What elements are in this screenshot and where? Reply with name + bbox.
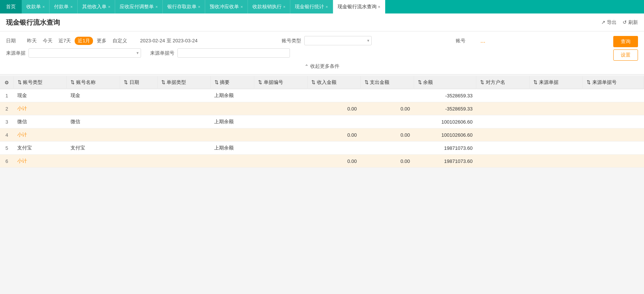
cell-balance: -3528659.33 — [414, 102, 476, 115]
settings-button[interactable]: 设置 — [613, 49, 638, 61]
date-opt-custom[interactable]: 自定义 — [110, 37, 129, 45]
nav-tab-qitashouru[interactable]: 其他收入单 × — [78, 0, 115, 13]
col-doc-type: ⇅ 单据类型 — [157, 76, 210, 89]
cell-source-doc-no — [583, 115, 644, 128]
cell-account-name: 现金 — [67, 89, 120, 102]
col-balance: ⇅ 余额 — [414, 76, 476, 89]
close-icon[interactable]: × — [70, 4, 72, 9]
cell-account-name: 支付宝 — [67, 142, 120, 155]
cell-income: 0.00 — [307, 128, 360, 142]
chevron-up-icon: ⌃ — [305, 64, 309, 69]
date-opt-1month[interactable]: 近1月 — [75, 37, 93, 45]
filter-area: 日期 昨天 今天 近7天 近1月 更多 自定义 2023-02-24 至 202… — [0, 31, 644, 75]
cell-account-type: 现金 — [14, 89, 67, 102]
filter-row-date: 日期 昨天 今天 近7天 近1月 更多 自定义 2023-02-24 至 202… — [6, 36, 613, 45]
nav-tab-fukuandan[interactable]: 付款单 × — [50, 0, 77, 13]
col-date: ⇅ 日期 — [120, 76, 158, 89]
date-opt-yesterday[interactable]: 昨天 — [25, 37, 39, 45]
date-opt-7days[interactable]: 近7天 — [56, 37, 73, 45]
close-icon[interactable]: × — [326, 4, 328, 9]
cell-source-doc-no — [583, 128, 644, 142]
close-icon[interactable]: × — [155, 4, 158, 9]
date-opt-more[interactable]: 更多 — [95, 37, 109, 45]
cell-source-doc — [530, 142, 583, 155]
cell-source-doc-no — [583, 102, 644, 115]
cell-doc-no — [254, 142, 308, 155]
nav-tab-yingshoutiaozheng[interactable]: 应收应付调整单 × — [115, 0, 162, 13]
account-dots[interactable]: ... — [480, 37, 485, 44]
table-row: 5 支付宝 支付宝 上期余额 19871073.60 — [0, 142, 644, 155]
account-label: 账号 — [456, 37, 474, 44]
nav-tab-yushouchong[interactable]: 预收冲应收单 × — [205, 0, 248, 13]
nav-tab-yinhangcunkuan[interactable]: 银行存取款单 × — [163, 0, 205, 13]
nav-tab-shoukuandan[interactable]: 收款单 × — [22, 0, 50, 13]
header-actions: ↗ 导出 ↺ 刷新 — [601, 19, 638, 26]
export-icon: ↗ — [601, 19, 605, 25]
top-nav: 首页 收款单 × 付款单 × 其他收入单 × 应收应付调整单 × 银行存取款单 … — [0, 0, 644, 13]
cell-account-name — [67, 128, 120, 142]
cell-counterpart — [476, 102, 530, 115]
refresh-icon: ↺ — [623, 19, 627, 25]
account-type-label: 账号类型 — [282, 37, 301, 44]
close-icon[interactable]: × — [108, 4, 110, 9]
cell-account-type: 支付宝 — [14, 142, 67, 155]
nav-tab-xianjintongji[interactable]: 现金银行统计 × — [290, 0, 333, 13]
column-settings[interactable]: ⚙ — [0, 76, 14, 89]
row-num: 2 — [0, 102, 14, 115]
page-title: 现金银行流水查询 — [6, 18, 60, 27]
date-opt-today[interactable]: 今天 — [41, 37, 55, 45]
col-summary: ⇅ 摘要 — [210, 76, 254, 89]
nav-tab-shoukuanhexiao[interactable]: 收款核销执行 × — [248, 0, 290, 13]
cell-date — [120, 102, 158, 115]
table-row: 2 小计 0.00 0.00 -3528659.33 — [0, 102, 644, 115]
query-button[interactable]: 查询 — [613, 36, 638, 47]
cell-counterpart — [476, 128, 530, 142]
table-row: 6 小计 0.00 0.00 19871073.60 — [0, 155, 644, 168]
cell-source-doc — [530, 102, 583, 115]
close-icon[interactable]: × — [198, 4, 200, 9]
row-num: 3 — [0, 115, 14, 128]
cell-source-doc-no — [583, 142, 644, 155]
filter-row-source: 来源单据 ▾ 来源单据号 — [6, 48, 613, 58]
source-doc-num-label: 来源单据号 — [150, 50, 174, 57]
cell-summary — [210, 128, 254, 142]
close-icon[interactable]: × — [283, 4, 285, 9]
cell-income: 0.00 — [307, 155, 360, 168]
source-doc-num-input[interactable] — [177, 48, 290, 58]
cell-doc-no — [254, 115, 308, 128]
nav-home[interactable]: 首页 — [0, 0, 22, 13]
col-source-doc-no: ⇅ 来源单据号 — [583, 76, 644, 89]
cell-doc-type — [157, 115, 210, 128]
table-row: 3 微信 微信 上期余额 100102606.60 — [0, 115, 644, 128]
table-header-row: ⚙ ⇅ 账号类型 ⇅ 账号名称 ⇅ 日期 ⇅ 单据类型 ⇅ — [0, 76, 644, 89]
cell-counterpart — [476, 155, 530, 168]
source-doc-select-wrapper: ▾ — [29, 48, 141, 58]
cell-account-name: 微信 — [67, 115, 120, 128]
cell-source-doc-no — [583, 155, 644, 168]
refresh-button[interactable]: ↺ 刷新 — [623, 19, 638, 26]
cell-balance: 100102606.60 — [414, 128, 476, 142]
cell-source-doc-no — [583, 89, 644, 102]
cell-expense: 0.00 — [360, 102, 414, 115]
table-body: 1 现金 现金 上期余额 -3528659.33 2 小计 0.00 0.00 … — [0, 89, 644, 168]
close-icon[interactable]: × — [42, 4, 45, 9]
cell-source-doc — [530, 128, 583, 142]
cell-source-doc — [530, 89, 583, 102]
col-account-name: ⇅ 账号名称 — [67, 76, 120, 89]
collapse-more-button[interactable]: ⌃ 收起更多条件 — [6, 61, 638, 70]
cell-income — [307, 142, 360, 155]
cell-doc-type — [157, 128, 210, 142]
cell-account-name — [67, 102, 120, 115]
row-num: 1 — [0, 89, 14, 102]
export-button[interactable]: ↗ 导出 — [601, 19, 617, 26]
cell-doc-type — [157, 89, 210, 102]
date-label: 日期 — [6, 37, 25, 44]
account-type-select[interactable] — [304, 36, 372, 45]
source-doc-select[interactable] — [29, 48, 141, 58]
right-actions: 查询 设置 — [613, 36, 638, 61]
cell-summary — [210, 102, 254, 115]
close-icon[interactable]: × — [378, 4, 380, 9]
close-icon[interactable]: × — [240, 4, 243, 9]
row-num: 6 — [0, 155, 14, 168]
nav-tab-liushuichaxun[interactable]: 现金银行流水查询 × — [333, 0, 385, 13]
